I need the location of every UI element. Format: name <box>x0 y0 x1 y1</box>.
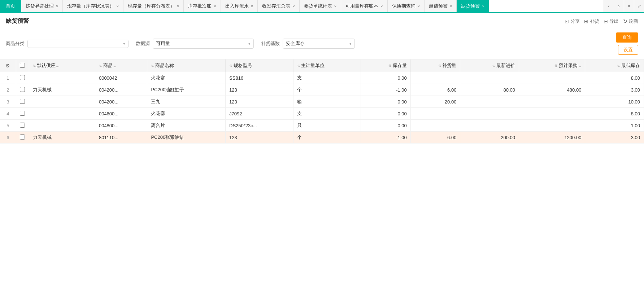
row-spec: 123 <box>226 84 293 96</box>
row-spec: J7092 <box>226 108 293 120</box>
row-checkbox[interactable] <box>16 120 29 132</box>
refresh-icon: ↻ <box>623 18 627 24</box>
row-checkbox[interactable] <box>16 108 29 120</box>
row-select-checkbox[interactable] <box>20 111 25 116</box>
query-button[interactable]: 查询 <box>616 32 638 43</box>
tab-8[interactable]: 可用量库存账本 × <box>341 0 387 12</box>
tab-home[interactable]: 首页 <box>0 0 21 12</box>
row-checkbox[interactable] <box>16 96 29 108</box>
row-min-stock: 8.00 <box>585 72 644 84</box>
tab-8-close[interactable]: × <box>380 4 383 8</box>
th-goods-code[interactable]: ⇅ 商品... <box>95 59 147 72</box>
tab-9[interactable]: 保质期查询 × <box>388 0 425 12</box>
row-index: 3 <box>0 96 16 108</box>
tab-close-all[interactable]: × <box>624 0 634 12</box>
tab-10[interactable]: 超储预警 × <box>425 0 457 12</box>
th-goods-name[interactable]: ⇅ 商品名称 <box>147 59 226 72</box>
row-select-checkbox[interactable] <box>20 87 25 92</box>
row-unit: 个 <box>293 132 361 144</box>
tab-11-close[interactable]: × <box>482 4 484 8</box>
tab-5[interactable]: 出入库流水 × <box>221 0 258 12</box>
sort-icon-name: ⇅ <box>151 64 154 68</box>
tab-1-close[interactable]: × <box>56 4 58 8</box>
sort-icon-stock: ⇅ <box>388 64 391 68</box>
tab-7-label: 要货单统计表 <box>304 3 332 9</box>
row-est-purchase <box>519 108 585 120</box>
row-spec: DS250*23c... <box>226 120 293 132</box>
select-all-checkbox[interactable] <box>20 63 25 68</box>
refresh-button[interactable]: ↻ 刷新 <box>623 18 638 25</box>
filter-right-actions: 查询 设置 <box>616 32 638 55</box>
tab-scroll-right[interactable]: › <box>614 0 624 12</box>
export-button[interactable]: ⊟ 导出 <box>604 18 619 25</box>
row-checkbox[interactable] <box>16 132 29 144</box>
tab-6-close[interactable]: × <box>292 4 295 8</box>
row-latest-price <box>460 120 519 132</box>
row-replenish: 6.00 <box>410 84 460 96</box>
row-checkbox[interactable] <box>16 72 29 84</box>
tab-2-label: 现存量（库存状况表） <box>67 3 114 9</box>
row-checkbox[interactable] <box>16 84 29 96</box>
row-unit: 支 <box>293 72 361 84</box>
th-est-purchase[interactable]: ⇅ 预计采购... <box>519 59 585 72</box>
row-goods-code: 004200... <box>95 84 147 96</box>
tab-home-label: 首页 <box>6 3 15 9</box>
tab-4[interactable]: 库存批次账 × <box>184 0 221 12</box>
replenish-label: 补货 <box>590 18 599 25</box>
row-latest-price: 200.00 <box>460 132 519 144</box>
tab-1[interactable]: 拣货异常处理 × <box>21 0 63 12</box>
row-select-checkbox[interactable] <box>20 123 25 128</box>
export-label: 导出 <box>609 18 619 25</box>
main-content: 缺货预警 ⊡ 分享 ⊞ 补货 ⊟ 导出 ↻ 刷新 商品分类 <box>0 13 644 287</box>
tab-2-close[interactable]: × <box>116 4 118 8</box>
th-checkbox <box>16 59 29 72</box>
tab-10-close[interactable]: × <box>450 4 452 8</box>
th-latest-price[interactable]: ⇅ 最新进价 <box>460 59 519 72</box>
datasource-select[interactable]: 可用量 ▾ <box>153 39 254 49</box>
share-button[interactable]: ⊡ 分享 <box>565 18 580 25</box>
table-header-row: ⚙ ⇅ 默认供应... ⇅ 商品... ⇅ 商品名称 <box>0 59 644 72</box>
settings-button[interactable]: 设置 <box>618 45 638 55</box>
th-unit-label: 主计量单位 <box>301 63 325 68</box>
category-label: 商品分类 <box>6 40 25 47</box>
th-gear[interactable]: ⚙ <box>0 59 16 72</box>
row-select-checkbox[interactable] <box>20 75 25 80</box>
row-stock: 0.00 <box>361 108 411 120</box>
table-row: 4 004600... 火花塞 J7092 支 0.00 8.00 <box>0 108 644 120</box>
tab-3-close[interactable]: × <box>177 4 179 8</box>
tab-scroll-left[interactable]: ‹ <box>604 0 614 12</box>
sort-icon-code: ⇅ <box>99 64 102 68</box>
tab-9-close[interactable]: × <box>418 4 420 8</box>
th-min-stock[interactable]: ⇅ 最低库存 <box>585 59 644 72</box>
replenish-icon: ⊞ <box>584 18 588 24</box>
tab-fullscreen[interactable]: ⤢ <box>634 0 644 12</box>
replenish-base-label: 补货基数 <box>261 40 280 47</box>
page-title: 缺货预警 <box>6 17 29 25</box>
th-supplier[interactable]: ⇅ 默认供应... <box>29 59 95 72</box>
tab-7-close[interactable]: × <box>334 4 336 8</box>
row-min-stock: 1.00 <box>585 120 644 132</box>
row-stock: 0.00 <box>361 72 411 84</box>
tab-11[interactable]: 缺货预警 × <box>457 0 489 12</box>
row-select-checkbox[interactable] <box>20 99 25 104</box>
th-unit[interactable]: ⇅ 主计量单位 <box>293 59 361 72</box>
th-spec[interactable]: ⇅ 规格型号 <box>226 59 293 72</box>
row-supplier: 力天机械 <box>29 84 95 96</box>
tab-4-close[interactable]: × <box>214 4 216 8</box>
tab-3[interactable]: 现存量（库存分布表） × <box>123 0 184 12</box>
tab-7[interactable]: 要货单统计表 × <box>300 0 341 12</box>
th-stock[interactable]: ⇅ 库存量 <box>361 59 411 72</box>
row-select-checkbox[interactable] <box>20 134 25 140</box>
replenish-button[interactable]: ⊞ 补货 <box>584 18 599 25</box>
tab-2[interactable]: 现存量（库存状况表） × <box>63 0 123 12</box>
category-arrow-icon: ▾ <box>123 41 125 46</box>
category-select[interactable]: ▾ <box>27 40 129 48</box>
th-replenish[interactable]: ⇅ 补货量 <box>410 59 460 72</box>
tab-5-close[interactable]: × <box>251 4 253 8</box>
replenish-base-select[interactable]: 安全库存 ▾ <box>283 39 355 49</box>
gear-icon[interactable]: ⚙ <box>5 63 10 69</box>
row-supplier <box>29 120 95 132</box>
row-index: 6 <box>0 132 16 144</box>
tab-6[interactable]: 收发存汇总表 × <box>258 0 299 12</box>
row-min-stock: 10.00 <box>585 96 644 108</box>
